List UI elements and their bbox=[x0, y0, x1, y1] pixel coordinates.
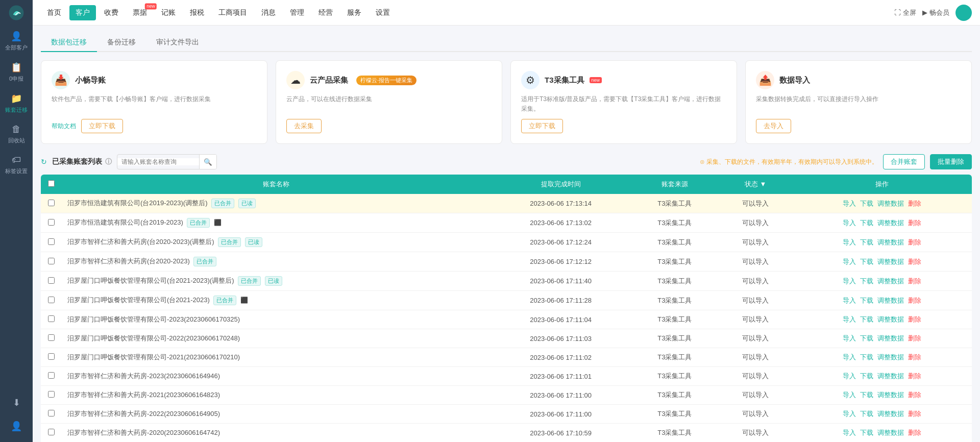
nav-industrial[interactable]: 工商项目 bbox=[212, 5, 253, 20]
select-all-checkbox[interactable] bbox=[48, 180, 55, 187]
action-删除[interactable]: 删除 bbox=[908, 297, 921, 304]
action-删除[interactable]: 删除 bbox=[908, 353, 921, 361]
action-导入[interactable]: 导入 bbox=[843, 372, 856, 380]
action-删除[interactable]: 删除 bbox=[908, 200, 921, 207]
action-删除[interactable]: 删除 bbox=[908, 277, 921, 285]
action-导入[interactable]: 导入 bbox=[843, 200, 856, 207]
action-下载[interactable]: 下载 bbox=[860, 410, 873, 418]
action-下载[interactable]: 下载 bbox=[860, 429, 873, 436]
action-导入[interactable]: 导入 bbox=[843, 410, 856, 418]
action-导入[interactable]: 导入 bbox=[843, 297, 856, 304]
sidebar-item-account-migrate[interactable]: 📁 账套迁移 bbox=[0, 88, 33, 119]
t3tool-download-btn[interactable]: 立即下载 bbox=[521, 119, 563, 133]
merge-btn[interactable]: 合并账套 bbox=[883, 154, 925, 169]
action-调整数据[interactable]: 调整数据 bbox=[877, 238, 904, 246]
action-下载[interactable]: 下载 bbox=[860, 258, 873, 265]
action-下载[interactable]: 下载 bbox=[860, 315, 873, 323]
nav-clients[interactable]: 客户 bbox=[69, 5, 96, 20]
action-调整数据[interactable]: 调整数据 bbox=[877, 334, 904, 342]
action-调整数据[interactable]: 调整数据 bbox=[877, 315, 904, 323]
action-导入[interactable]: 导入 bbox=[843, 429, 856, 436]
row-checkbox[interactable] bbox=[48, 334, 55, 341]
search-input[interactable] bbox=[117, 158, 199, 165]
nav-services[interactable]: 服务 bbox=[341, 5, 368, 20]
action-调整数据[interactable]: 调整数据 bbox=[877, 372, 904, 380]
row-checkbox[interactable] bbox=[48, 315, 55, 322]
row-checkbox[interactable] bbox=[48, 200, 55, 206]
action-调整数据[interactable]: 调整数据 bbox=[877, 277, 904, 285]
action-删除[interactable]: 删除 bbox=[908, 372, 921, 380]
action-下载[interactable]: 下载 bbox=[860, 297, 873, 304]
action-下载[interactable]: 下载 bbox=[860, 238, 873, 246]
row-checkbox[interactable] bbox=[48, 219, 55, 226]
action-删除[interactable]: 删除 bbox=[908, 334, 921, 342]
action-导入[interactable]: 导入 bbox=[843, 334, 856, 342]
copy-icon[interactable]: ⬛ bbox=[240, 297, 248, 304]
action-下载[interactable]: 下载 bbox=[860, 219, 873, 227]
action-删除[interactable]: 删除 bbox=[908, 238, 921, 246]
nav-management[interactable]: 管理 bbox=[284, 5, 310, 20]
col-status[interactable]: 状态 ▼ bbox=[719, 175, 792, 194]
refresh-icon[interactable]: ↻ bbox=[41, 158, 47, 166]
logo[interactable] bbox=[0, 0, 33, 26]
sidebar-item-recycle[interactable]: 🗑 回收站 bbox=[0, 119, 33, 150]
action-调整数据[interactable]: 调整数据 bbox=[877, 219, 904, 227]
action-导入[interactable]: 导入 bbox=[843, 391, 856, 399]
tab-data-migrate[interactable]: 数据包迁移 bbox=[41, 34, 97, 52]
action-删除[interactable]: 删除 bbox=[908, 410, 921, 418]
action-下载[interactable]: 下载 bbox=[860, 372, 873, 380]
action-删除[interactable]: 删除 bbox=[908, 429, 921, 436]
action-下载[interactable]: 下载 bbox=[860, 277, 873, 285]
nav-bills[interactable]: 票据 new bbox=[127, 5, 153, 20]
action-调整数据[interactable]: 调整数据 bbox=[877, 200, 904, 207]
action-下载[interactable]: 下载 bbox=[860, 391, 873, 399]
action-下载[interactable]: 下载 bbox=[860, 334, 873, 342]
fullscreen-btn[interactable]: ⛶ 全屏 bbox=[894, 8, 916, 17]
action-调整数据[interactable]: 调整数据 bbox=[877, 297, 904, 304]
info-icon[interactable]: ⓘ bbox=[105, 157, 112, 166]
row-checkbox[interactable] bbox=[48, 391, 55, 398]
action-下载[interactable]: 下载 bbox=[860, 353, 873, 361]
sidebar-item-zero-declare[interactable]: 📋 0申报 bbox=[0, 57, 33, 88]
nav-operations[interactable]: 经营 bbox=[312, 5, 339, 20]
nav-tax[interactable]: 报税 bbox=[184, 5, 210, 20]
nav-settings[interactable]: 设置 bbox=[370, 5, 396, 20]
tab-backup-migrate[interactable]: 备份迁移 bbox=[97, 34, 146, 52]
sidebar-item-user[interactable]: 👤 bbox=[0, 415, 33, 437]
member-btn[interactable]: ▶ 畅会员 bbox=[922, 8, 949, 17]
action-删除[interactable]: 删除 bbox=[908, 391, 921, 399]
xiaochang-download-btn[interactable]: 立即下载 bbox=[81, 119, 123, 133]
action-删除[interactable]: 删除 bbox=[908, 258, 921, 265]
search-button[interactable]: 🔍 bbox=[199, 155, 216, 169]
row-checkbox[interactable] bbox=[48, 372, 55, 379]
nav-home[interactable]: 首页 bbox=[41, 5, 67, 20]
copy-icon[interactable]: ⬛ bbox=[214, 219, 222, 226]
row-checkbox[interactable] bbox=[48, 277, 55, 284]
row-checkbox[interactable] bbox=[48, 238, 55, 245]
dataimport-import-btn[interactable]: 去导入 bbox=[756, 119, 791, 133]
row-checkbox[interactable] bbox=[48, 297, 55, 303]
action-调整数据[interactable]: 调整数据 bbox=[877, 353, 904, 361]
sidebar-item-tag-settings[interactable]: 🏷 标签设置 bbox=[0, 150, 33, 180]
nav-bookkeeping[interactable]: 记账 bbox=[155, 5, 182, 20]
row-checkbox[interactable] bbox=[48, 410, 55, 416]
action-删除[interactable]: 删除 bbox=[908, 219, 921, 227]
xiaochang-help-link[interactable]: 帮助文档 bbox=[52, 122, 76, 131]
action-下载[interactable]: 下载 bbox=[860, 200, 873, 207]
row-checkbox[interactable] bbox=[48, 429, 55, 435]
nav-messages[interactable]: 消息 bbox=[255, 5, 282, 20]
action-调整数据[interactable]: 调整数据 bbox=[877, 410, 904, 418]
avatar[interactable] bbox=[955, 5, 972, 21]
sidebar-item-download[interactable]: ⬇ bbox=[0, 392, 33, 413]
action-调整数据[interactable]: 调整数据 bbox=[877, 391, 904, 399]
nav-fees[interactable]: 收费 bbox=[98, 5, 125, 20]
action-导入[interactable]: 导入 bbox=[843, 277, 856, 285]
action-调整数据[interactable]: 调整数据 bbox=[877, 258, 904, 265]
action-删除[interactable]: 删除 bbox=[908, 315, 921, 323]
tab-audit-export[interactable]: 审计文件导出 bbox=[146, 34, 209, 52]
row-checkbox[interactable] bbox=[48, 353, 55, 360]
row-checkbox[interactable] bbox=[48, 258, 55, 264]
yuncp-collect-btn[interactable]: 去采集 bbox=[286, 119, 322, 133]
action-导入[interactable]: 导入 bbox=[843, 315, 856, 323]
sidebar-item-all-clients[interactable]: 👤 全部客户 bbox=[0, 26, 33, 57]
